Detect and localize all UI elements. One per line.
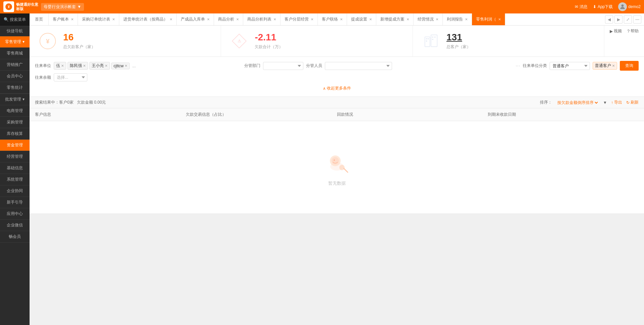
sidebar-item-retail-mgmt[interactable]: 零售管理 ▾ — [0, 36, 30, 48]
collapse-btn[interactable]: ∧ 收起更多条件 — [323, 85, 351, 91]
empty-icon — [324, 148, 350, 175]
summary-data-total: 131 总客户（家） — [446, 32, 471, 50]
tab-purchase-order-stats[interactable]: 采购订单统计表 ✕ — [78, 13, 119, 26]
tab-close-product-analysis-list[interactable]: ✕ — [273, 17, 276, 21]
tab-new-plan[interactable]: 新增提成方案 ✕ — [376, 13, 414, 26]
tab-scroll-left[interactable]: ◀ — [605, 15, 613, 24]
tab-close-ops-status[interactable]: ✕ — [436, 17, 438, 21]
total-customers-number: 131 — [446, 32, 471, 43]
sidebar-item-app-center[interactable]: 应用中心 — [0, 208, 30, 220]
sidebar-item-enterprise[interactable]: 企业协同 — [0, 185, 30, 197]
remove-category-normal[interactable]: ✕ — [612, 64, 615, 68]
message-link[interactable]: ✉ 消息 — [575, 4, 588, 10]
sidebar-item-basic-info[interactable]: 基础信息 — [0, 162, 30, 174]
sidebar-item-system-mgmt[interactable]: 系统管理 — [0, 174, 30, 185]
sort-select[interactable]: 按欠款金额倒序排序 — [556, 100, 599, 105]
video-link[interactable]: ▶ 视频 — [610, 28, 622, 34]
filter-tag-cjttcw[interactable]: cjttcw ✕ — [111, 63, 130, 69]
svg-text:¥: ¥ — [46, 38, 50, 45]
tab-close-product-warehousing[interactable]: ✕ — [207, 17, 210, 21]
export-icon: ↑ — [611, 100, 613, 105]
remove-tag-cjttcw[interactable]: ✕ — [125, 64, 127, 68]
tab-close-product-analysis[interactable]: ✕ — [236, 17, 239, 21]
filter-tag-wu[interactable]: 伍 ✕ — [54, 62, 66, 70]
sidebar-item-ecommerce[interactable]: 电商管理 — [0, 105, 30, 117]
tab-close-customer-segment[interactable]: ✕ — [311, 17, 313, 21]
tab-close-purchase-order-stats[interactable]: ✕ — [112, 17, 115, 21]
user-profile[interactable]: demo2 — [618, 2, 641, 11]
sidebar-item-inventory[interactable]: 库存核算 — [0, 128, 30, 140]
category-filter-label: 往来单位分类 — [523, 63, 547, 69]
tab-bar: 首页 客户账本 ✕ 采购订单统计表 ✕ 进货单统计表（按商品） ✕ 产成品入库单… — [30, 13, 644, 26]
category-tag-normal[interactable]: 普通客户 ✕ — [593, 62, 617, 70]
tab-close-retail-profit[interactable]: ✕ — [498, 17, 501, 21]
tab-expand[interactable]: ⤢ — [624, 15, 632, 24]
svg-rect-12 — [432, 39, 433, 40]
sidebar-item-retail-mall[interactable]: 零售商城 — [0, 48, 30, 59]
filter-tag-wang[interactable]: 王小亮 ✕ — [89, 62, 110, 70]
sidebar-search[interactable]: 🔍 搜索菜单 — [0, 13, 30, 26]
empty-state: 暂无数据 — [30, 121, 644, 213]
tab-close-customer-contact[interactable]: ✕ — [340, 17, 343, 21]
sidebar-item-purchase[interactable]: 采购管理 — [0, 117, 30, 128]
sidebar-item-member[interactable]: 畅会员 — [0, 231, 30, 243]
tab-scroll-area: 客户账本 ✕ 采购订单统计表 ✕ 进货单统计表（按商品） ✕ 产成品入库单 ✕ … — [49, 13, 602, 26]
tab-product-analysis[interactable]: 商品分析 ✕ — [214, 13, 243, 26]
sidebar-item-marketing[interactable]: 营销推广 — [0, 59, 30, 71]
app-download-link[interactable]: ⬇ App下载 — [593, 4, 613, 10]
tab-close-new-plan[interactable]: ✕ — [406, 17, 409, 21]
filter-area: 往来单位 伍 ✕ 陈民强 ✕ 王小亮 ✕ — [30, 57, 644, 97]
tab-purchase-stats[interactable]: 进货单统计表（按商品） ✕ — [119, 13, 177, 26]
filter-more-btn[interactable]: ... — [131, 63, 137, 69]
main-layout: 🔍 搜索菜单 快捷导航 零售管理 ▾ 零售商城 营销推广 会员中心 零售统计 批… — [0, 13, 644, 325]
dept-select-wrapper — [263, 62, 303, 70]
tab-home[interactable]: 首页 — [30, 13, 49, 26]
svg-point-19 — [334, 159, 335, 161]
tab-close-customer-book[interactable]: ✕ — [71, 17, 74, 21]
dept-select[interactable] — [263, 62, 303, 70]
chevron-up-icon: ∧ — [323, 86, 326, 91]
tab-profit-report[interactable]: 利润报告 ✕ — [443, 13, 472, 26]
sidebar-item-retail-stats[interactable]: 零售统计 — [0, 82, 30, 94]
sidebar-item-capital-mgmt[interactable]: 资金管理 — [0, 140, 30, 151]
tab-product-analysis-list[interactable]: 商品分析列表 ✕ — [243, 13, 281, 26]
search-icon: 🔍 — [4, 17, 9, 22]
remove-tag-wu[interactable]: ✕ — [61, 64, 64, 68]
col-header-repayment: 回款情况 — [337, 112, 488, 117]
sidebar-item-ops-mgmt[interactable]: 经营管理 — [0, 151, 30, 162]
filter-tag-chen[interactable]: 陈民强 ✕ — [68, 62, 88, 70]
category-select[interactable]: 普通客户 — [550, 62, 590, 70]
tab-close-reminder-settings[interactable]: ✕ — [369, 17, 372, 21]
sidebar-item-new-guide[interactable]: 新手引导 — [0, 197, 30, 208]
export-btn[interactable]: ↑ 导出 — [611, 100, 622, 105]
tab-product-warehousing[interactable]: 产成品入库单 ✕ — [177, 13, 214, 26]
person-select[interactable] — [325, 62, 392, 70]
top-bar: ¥ 畅捷通好生意 标版 母婴行业演示帐套 ▼ ✉ 消息 ⬇ App下载 demo… — [0, 0, 644, 13]
sidebar-item-member-center[interactable]: 会员中心 — [0, 71, 30, 82]
person-more-btn[interactable]: ··· — [516, 63, 520, 69]
tab-retail-profit[interactable]: 零售利润（ ✕ — [472, 13, 505, 26]
tab-reminder-settings[interactable]: 提成设置 ✕ — [347, 13, 376, 26]
tab-controls: ◀ ▶ ⤢ — — [602, 15, 644, 24]
balance-select[interactable]: 选择... — [54, 73, 87, 81]
tab-ops-status[interactable]: 经营情况 ✕ — [414, 13, 443, 26]
refresh-btn[interactable]: ↻ 刷新 — [626, 100, 639, 105]
unit-filter-tags: 伍 ✕ 陈民强 ✕ 王小亮 ✕ cjttcw ✕ — [54, 62, 242, 70]
sidebar-item-batch-mgmt[interactable]: 批发管理 ▾ — [0, 94, 30, 105]
query-button[interactable]: 查询 — [620, 61, 639, 71]
remove-tag-chen[interactable]: ✕ — [83, 64, 86, 68]
col-header-due: 到期未收款日期 — [488, 112, 639, 117]
tab-minimize[interactable]: — — [633, 15, 641, 24]
tab-customer-book[interactable]: 客户账本 ✕ — [49, 13, 78, 26]
tab-customer-contact[interactable]: 客户联络 ✕ — [318, 13, 347, 26]
person-select-wrapper — [325, 62, 513, 70]
help-link[interactable]: ? 帮助 — [627, 28, 639, 34]
sidebar-item-enterprise-wechat[interactable]: 企业微信 — [0, 220, 30, 231]
tab-customer-segment[interactable]: 客户分层经营 ✕ — [281, 13, 318, 26]
tab-close-profit-report[interactable]: ✕ — [465, 17, 468, 21]
account-dropdown[interactable]: 母婴行业演示帐套 ▼ — [41, 3, 84, 11]
sidebar-quick-nav[interactable]: 快捷导航 — [0, 26, 30, 36]
tab-close-purchase-stats[interactable]: ✕ — [170, 17, 172, 21]
tab-scroll-right[interactable]: ▶ — [614, 15, 622, 24]
remove-tag-wang[interactable]: ✕ — [105, 64, 108, 68]
